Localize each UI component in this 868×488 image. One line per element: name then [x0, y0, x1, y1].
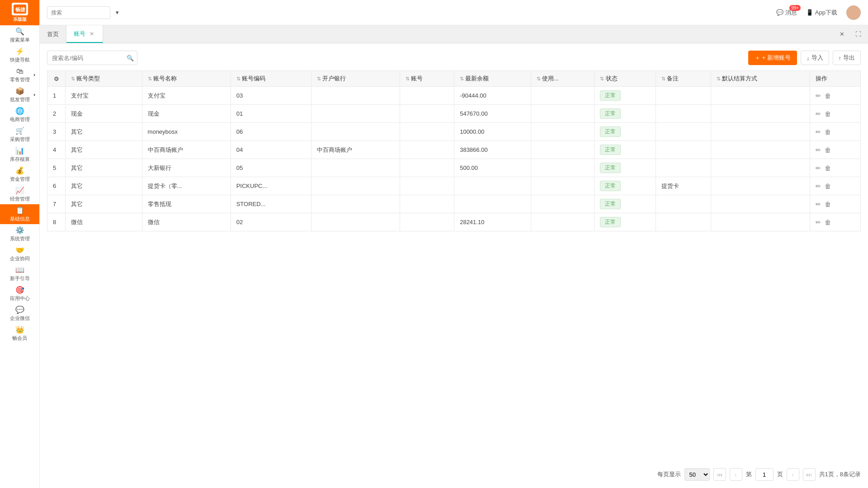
delete-btn[interactable]: 🗑	[825, 146, 831, 154]
col-usage[interactable]: 使用...	[531, 71, 594, 87]
top-header: ▾ 💬 消息 99+ 📱 App下载	[40, 0, 868, 25]
cell-settlement	[711, 195, 810, 213]
cell-type: 其它	[66, 123, 142, 141]
export-button[interactable]: ↑ 导出	[833, 51, 861, 65]
edit-btn[interactable]: ✏	[816, 183, 821, 190]
tab-accounts[interactable]: 账号 ✕	[66, 25, 103, 43]
user-avatar[interactable]	[846, 5, 861, 20]
delete-btn[interactable]: 🗑	[825, 164, 831, 172]
page-prev-btn[interactable]: ‹	[730, 468, 742, 481]
cell-action: ✏ 🗑	[810, 177, 860, 195]
cell-settlement	[711, 141, 810, 159]
delete-btn[interactable]: 🗑	[825, 201, 831, 208]
sidebar-item-operations[interactable]: 📈 经营管理	[0, 184, 39, 204]
dropdown-arrow-icon: ▾	[116, 9, 119, 16]
cell-remark	[656, 195, 711, 213]
sidebar-item-wechat[interactable]: 💬 企业微信	[0, 304, 39, 324]
action-btns: ✏ 🗑	[816, 128, 855, 136]
sidebar-item-quick-nav[interactable]: ⚡ 快捷导航	[0, 45, 39, 65]
table-search-input[interactable]	[47, 51, 137, 65]
col-bank[interactable]: 开户银行	[311, 71, 400, 87]
page-first-btn[interactable]: ⏮	[713, 468, 726, 481]
wholesale-icon: 📦	[15, 87, 24, 95]
cell-action: ✏ 🗑	[810, 141, 860, 159]
ecommerce-icon: 🌐	[15, 107, 24, 115]
sidebar-item-finance[interactable]: 💰 资金管理	[0, 164, 39, 184]
status-badge: 正常	[600, 127, 621, 137]
delete-btn[interactable]: 🗑	[825, 92, 831, 99]
table-row: 5 其它 大新银行 05 500.00 正常 ✏ 🗑	[47, 159, 861, 177]
cell-status: 正常	[594, 177, 656, 195]
edit-btn[interactable]: ✏	[816, 201, 821, 208]
sidebar-item-inventory[interactable]: 📊 库存核算	[0, 145, 39, 164]
svg-text:畅捷: 畅捷	[15, 7, 25, 12]
col-type[interactable]: 账号类型	[66, 71, 142, 87]
cell-account	[400, 105, 454, 123]
delete-btn[interactable]: 🗑	[825, 110, 831, 117]
page-size-select[interactable]: 50 100 200	[684, 468, 710, 481]
col-balance[interactable]: 最新余额	[454, 71, 531, 87]
edit-btn[interactable]: ✏	[816, 110, 821, 117]
header-search-input[interactable]	[47, 6, 110, 19]
sidebar-item-enterprise[interactable]: 🤝 企业协同	[0, 244, 39, 264]
col-settings[interactable]: ⚙	[47, 71, 66, 87]
cell-action: ✏ 🗑	[810, 105, 860, 123]
sidebar-item-basic-info[interactable]: 📋 基础信息	[0, 204, 39, 224]
sidebar-item-ecommerce[interactable]: 🌐 电商管理	[0, 105, 39, 125]
inventory-icon: 📊	[15, 146, 24, 155]
col-name[interactable]: 账号名称	[142, 71, 231, 87]
cell-usage	[531, 159, 594, 177]
action-btns: ✏ 🗑	[816, 219, 855, 226]
tab-home[interactable]: 首页	[40, 25, 66, 43]
import-button[interactable]: ↓ 导入	[801, 51, 829, 65]
tab-accounts-close[interactable]: ✕	[88, 30, 95, 38]
cell-action: ✏ 🗑	[810, 195, 860, 213]
tab-close-btn[interactable]: ✕	[835, 28, 848, 41]
delete-btn[interactable]: 🗑	[825, 219, 831, 226]
edit-btn[interactable]: ✏	[816, 164, 821, 172]
cell-balance: 10000.00	[454, 123, 531, 141]
sidebar-item-guide[interactable]: 📖 新手引导	[0, 264, 39, 284]
edit-btn[interactable]: ✏	[816, 92, 821, 99]
col-status[interactable]: 状态	[594, 71, 656, 87]
col-remark[interactable]: 备注	[656, 71, 711, 87]
sidebar-item-app-center[interactable]: 🎯 应用中心	[0, 284, 39, 304]
app-download-button[interactable]: 📱 App下载	[806, 9, 837, 17]
cell-index: 7	[47, 195, 66, 213]
table-search-icon[interactable]: 🔍	[127, 55, 134, 61]
page-last-btn[interactable]: ⏭	[803, 468, 816, 481]
cell-code: 03	[231, 87, 311, 105]
page-next-btn[interactable]: ›	[787, 468, 799, 481]
cell-account	[400, 141, 454, 159]
col-account[interactable]: 账号	[400, 71, 454, 87]
edit-btn[interactable]: ✏	[816, 219, 821, 226]
delete-btn[interactable]: 🗑	[825, 128, 831, 136]
edit-btn[interactable]: ✏	[816, 146, 821, 154]
sidebar-item-member[interactable]: 👑 畅会员	[0, 324, 39, 343]
main-area: ▾ 💬 消息 99+ 📱 App下载 首页 账号 ✕	[40, 0, 868, 488]
page-input[interactable]	[755, 468, 774, 481]
sidebar-item-search-menu[interactable]: 🔍 搜索菜单	[0, 25, 39, 45]
col-code[interactable]: 账号编码	[231, 71, 311, 87]
cell-status: 正常	[594, 195, 656, 213]
cell-settlement	[711, 87, 810, 105]
header-dropdown[interactable]: ▾	[116, 9, 119, 16]
page-label: 第	[746, 470, 752, 479]
cell-action: ✏ 🗑	[810, 213, 860, 231]
sidebar-label-enterprise: 企业协同	[10, 255, 30, 262]
edit-btn[interactable]: ✏	[816, 128, 821, 136]
col-settlement[interactable]: 默认结算方式	[711, 71, 810, 87]
tab-expand-btn[interactable]: ⛶	[852, 28, 864, 41]
basic-info-icon: 📋	[15, 206, 24, 215]
cell-settlement	[711, 105, 810, 123]
add-account-button[interactable]: ＋ + 新增账号	[748, 51, 797, 65]
cell-remark	[656, 105, 711, 123]
delete-btn[interactable]: 🗑	[825, 183, 831, 190]
sidebar-item-purchase[interactable]: 🛒 采购管理	[0, 125, 39, 145]
sidebar-item-system[interactable]: ⚙️ 系统管理	[0, 224, 39, 244]
sidebar-item-wholesale[interactable]: 📦 批发管理	[0, 85, 39, 105]
cell-balance: 383866.00	[454, 141, 531, 159]
sidebar-item-retail[interactable]: 🛍 零售管理	[0, 65, 39, 85]
operations-icon: 📈	[15, 186, 24, 195]
messages-button[interactable]: 💬 消息 99+	[776, 9, 797, 17]
